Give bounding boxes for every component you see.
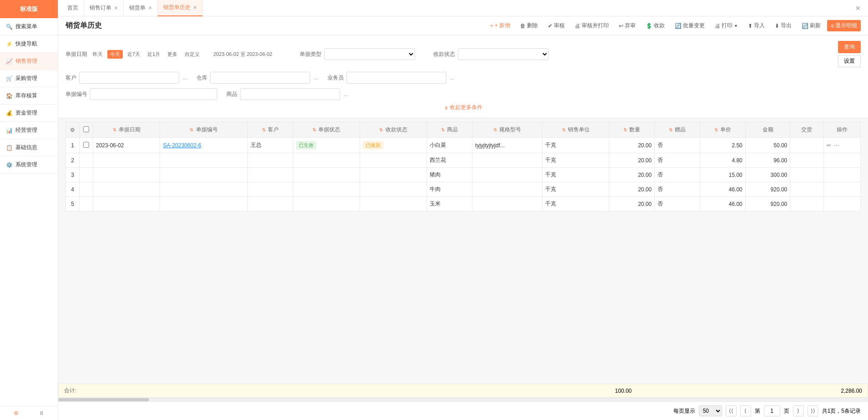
- customer-ellipsis[interactable]: ...: [183, 75, 187, 81]
- filter-group-payment-status: 收款状态: [433, 48, 549, 60]
- doc-type-select[interactable]: [324, 48, 415, 60]
- doc-number-input[interactable]: [90, 88, 217, 100]
- sidebar-collapse-icon[interactable]: ⏸: [39, 410, 44, 416]
- cell-checkbox[interactable]: [80, 182, 93, 197]
- sidebar-item-inventory[interactable]: 🏠 库存核算: [0, 87, 58, 105]
- tab-sales-goods[interactable]: 销货单 ✕: [124, 0, 158, 16]
- collapse-filter-button[interactable]: ∧ 收起更多条件: [65, 103, 861, 112]
- cell-doc-status: [293, 153, 360, 168]
- close-all-tabs-button[interactable]: ✕: [852, 5, 864, 12]
- filter-group-doc-number: 单据编号: [65, 88, 217, 100]
- last-page-button[interactable]: ⟩⟩: [808, 405, 818, 416]
- cell-transaction: [790, 168, 823, 182]
- export-button[interactable]: ⬇ 导出: [771, 20, 795, 31]
- tab-close-sales-history[interactable]: ✕: [193, 5, 197, 10]
- customer-input[interactable]: [79, 72, 179, 84]
- salesperson-input[interactable]: [346, 72, 447, 84]
- audit-button[interactable]: ✔ 审核: [544, 20, 568, 31]
- warehouse-input[interactable]: [210, 72, 310, 84]
- date-pill-custom[interactable]: 自定义: [182, 50, 202, 59]
- more-icon[interactable]: ⋯: [834, 142, 839, 149]
- abandon-button[interactable]: ↩ 弃审: [615, 20, 639, 31]
- date-pill-more[interactable]: 更多: [165, 50, 180, 59]
- tab-sales-history[interactable]: 销货单历史 ✕: [158, 0, 203, 16]
- sidebar-item-sales-mgmt[interactable]: 📈 销售管理: [0, 53, 58, 70]
- cell-doc-number[interactable]: [160, 182, 247, 197]
- prev-page-button[interactable]: ⟨: [740, 405, 751, 416]
- edit-icon[interactable]: ✏: [827, 142, 831, 149]
- sidebar-item-sys-mgmt[interactable]: ⚙️ 系统管理: [0, 156, 58, 174]
- print-button[interactable]: 🖨 打印 ▼: [711, 20, 742, 31]
- warehouse-ellipsis[interactable]: ...: [314, 75, 318, 81]
- cell-checkbox[interactable]: [80, 168, 93, 182]
- col-unit-price[interactable]: ⇅ 单价: [700, 122, 745, 138]
- select-all-checkbox[interactable]: [83, 126, 89, 132]
- cell-spec: [472, 182, 542, 197]
- col-doc-status[interactable]: ⇅ 单据状态: [293, 122, 360, 138]
- collect-button[interactable]: 💲 收款: [642, 20, 668, 31]
- show-detail-button[interactable]: ≡ 显示明细: [827, 20, 861, 31]
- payment-status-select[interactable]: [458, 48, 549, 60]
- per-page-select[interactable]: 50 100: [699, 405, 722, 416]
- date-pill-yesterday[interactable]: 昨天: [90, 50, 105, 59]
- col-doc-number[interactable]: ⇅ 单据编号: [160, 122, 247, 138]
- goods-ellipsis[interactable]: ...: [344, 91, 348, 97]
- sidebar-settings-icon[interactable]: ⚙: [14, 410, 19, 416]
- next-page-button[interactable]: ⟩: [793, 405, 804, 416]
- sidebar-item-basic-info[interactable]: 📋 基础信息: [0, 139, 58, 156]
- col-gift[interactable]: ⇅ 赠品: [655, 122, 700, 138]
- date-pill-today[interactable]: 今天: [107, 50, 123, 59]
- sidebar-item-purchase-mgmt[interactable]: 🛒 采购管理: [0, 70, 58, 87]
- salesperson-ellipsis[interactable]: ...: [450, 75, 455, 81]
- cell-doc-number[interactable]: [160, 168, 247, 182]
- cell-payment-status: 已收款: [360, 138, 426, 153]
- refresh-button[interactable]: 🔃 刷新: [798, 20, 824, 31]
- cell-doc-number[interactable]: [160, 197, 247, 211]
- date-pill-7days[interactable]: 近7天: [125, 50, 143, 59]
- doc-status-badge: 已生效: [296, 141, 316, 150]
- col-unit[interactable]: ⇅ 销售单位: [542, 122, 609, 138]
- batch-change-button[interactable]: 🔄 批量变更: [671, 20, 708, 31]
- col-payment-status[interactable]: ⇅ 收款状态: [360, 122, 426, 138]
- cell-customer: [247, 182, 293, 197]
- first-page-button[interactable]: ⟨⟨: [726, 405, 737, 416]
- col-gear[interactable]: ⚙: [66, 122, 80, 138]
- sidebar-item-ops-mgmt[interactable]: 📊 经营管理: [0, 122, 58, 139]
- tab-close-sales-goods[interactable]: ✕: [148, 5, 152, 10]
- cell-doc-number[interactable]: SA-20230602-6: [160, 138, 247, 153]
- scrollbar-thumb[interactable]: [58, 398, 149, 401]
- col-spec[interactable]: ⇅ 规格型号: [472, 122, 542, 138]
- cell-checkbox[interactable]: [80, 153, 93, 168]
- cell-customer: 王总: [247, 138, 293, 153]
- sidebar-item-fund-mgmt[interactable]: 💰 资金管理: [0, 105, 58, 122]
- search-menu-icon: 🔍: [5, 23, 13, 30]
- new-button[interactable]: + + 新增: [487, 20, 514, 31]
- tab-close-sales-order[interactable]: ✕: [114, 5, 118, 10]
- sidebar-item-label: 库存核算: [15, 92, 37, 100]
- date-pill-1month[interactable]: 近1月: [145, 50, 163, 59]
- goods-input[interactable]: [240, 88, 340, 100]
- cell-amount: 96.00: [745, 153, 790, 168]
- tab-sales-order[interactable]: 销售订单 ✕: [84, 0, 124, 16]
- cell-doc-number[interactable]: [160, 153, 247, 168]
- sidebar-item-search-menu[interactable]: 🔍 搜索菜单: [0, 18, 58, 35]
- settings-button[interactable]: 设置: [838, 55, 861, 67]
- doc-number-label: 单据编号: [65, 90, 87, 98]
- col-quantity[interactable]: ⇅ 数量: [609, 122, 655, 138]
- col-goods[interactable]: ⇅ 商品: [427, 122, 472, 138]
- current-page-input[interactable]: [764, 405, 780, 416]
- doc-number-link[interactable]: SA-20230602-6: [163, 142, 201, 149]
- gear-settings-icon[interactable]: ⚙: [70, 127, 75, 133]
- sidebar-item-quick-nav[interactable]: ⚡ 快捷导航: [0, 35, 58, 53]
- col-customer[interactable]: ⇅ 客户: [247, 122, 293, 138]
- horizontal-scrollbar[interactable]: [58, 398, 868, 401]
- basic-info-icon: 📋: [5, 144, 13, 151]
- delete-button[interactable]: 🗑 删除: [517, 20, 542, 31]
- col-doc-date[interactable]: ⇅ 单据日期: [93, 122, 160, 138]
- query-button[interactable]: 查询: [838, 41, 861, 53]
- cell-checkbox[interactable]: [80, 138, 93, 153]
- import-button[interactable]: ⬆ 导入: [744, 20, 768, 31]
- audit-print-button[interactable]: 🖨 审核并打印: [571, 20, 612, 31]
- cell-checkbox[interactable]: [80, 197, 93, 211]
- tab-home[interactable]: 首页: [62, 0, 84, 16]
